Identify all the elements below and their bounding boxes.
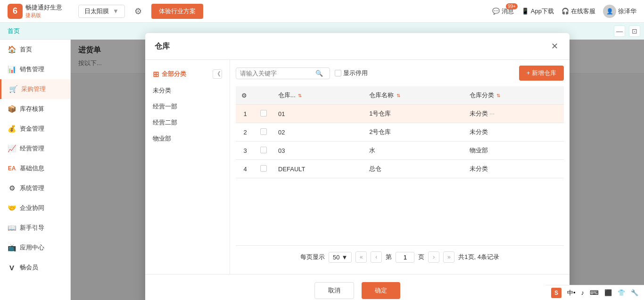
sidebar-item-cooperation[interactable]: 🤝 企业协同 (0, 198, 70, 218)
row-ellipsis-1[interactable]: ··· (489, 110, 495, 117)
customer-service-button[interactable]: 🎧 在线客服 (561, 7, 595, 16)
table-row[interactable]: 2 02 2号仓库 未分类 (236, 123, 564, 142)
modal-body: ⊞ 全部分类 《 未分类 经营一部 经营二部 物业部 (145, 60, 570, 274)
bottom-logo: S (551, 288, 561, 298)
operations-icon: 📈 (8, 144, 16, 153)
sidebar-label-basic-info: 基础信息 (20, 164, 44, 173)
row-check-2[interactable] (255, 123, 272, 142)
sort-icon-code: ⇅ (298, 93, 302, 98)
row-name-3: 水 (363, 142, 463, 160)
disabled-checkbox[interactable] (335, 70, 341, 76)
row-check-1[interactable] (255, 105, 272, 123)
logo-area: 6 畅捷通好生意 捷易版 (8, 4, 78, 19)
table-row[interactable]: 3 03 水 物业部 (236, 142, 564, 160)
breadcrumb-home[interactable]: 首页 (8, 27, 20, 35)
sidebar-item-guide[interactable]: 📖 新手引导 (0, 218, 70, 238)
row-code-1: 01 (272, 105, 363, 123)
sidebar-item-app-center[interactable]: 📺 应用中心 (0, 238, 70, 258)
user-profile[interactable]: 👤 徐泽华 (603, 5, 636, 18)
headset-icon: 🎧 (561, 8, 569, 15)
sidebar-item-home[interactable]: 🏠 首页 (0, 40, 70, 59)
th-code: 仓库... ⇅ (272, 86, 363, 105)
sales-icon: 📊 (8, 65, 16, 74)
row-gear-3: 3 (236, 142, 255, 160)
page-next-button[interactable]: › (428, 251, 439, 263)
modal-left-panel: ⊞ 全部分类 《 未分类 经营一部 经营二部 物业部 (145, 60, 230, 274)
bottom-icon-keyboard[interactable]: ⌨ (590, 289, 599, 296)
bottom-icon-shirt[interactable]: 👕 (618, 289, 625, 296)
cancel-button[interactable]: 取消 (314, 282, 354, 299)
search-input[interactable] (240, 70, 315, 77)
category-item-property[interactable]: 物业部 (145, 131, 230, 147)
logo-text: 畅捷通好生意 捷易版 (25, 4, 62, 18)
page-prev-button[interactable]: ‹ (371, 251, 382, 263)
row-check-4[interactable] (255, 160, 272, 178)
sidebar-label-membership: 畅会员 (20, 263, 38, 272)
message-icon: 💬 (492, 8, 500, 15)
purchase-icon: 🛒 (9, 85, 17, 93)
bottom-icon-display[interactable]: ⬛ (604, 289, 612, 296)
sidebar-item-purchase[interactable]: 🛒 采购管理 (0, 79, 70, 99)
pagination: 每页显示 50 ▼ « ‹ 第 页 › » 共1页 (236, 245, 564, 268)
row-check-3[interactable] (255, 142, 272, 160)
modal-title: 仓库 (155, 42, 170, 51)
per-page-selector[interactable]: 50 ▼ (329, 252, 352, 263)
th-check (255, 86, 272, 105)
category-item-unclassified[interactable]: 未分类 (145, 83, 230, 99)
sidebar-label-app-center: 应用中心 (20, 243, 44, 252)
confirm-button[interactable]: 确定 (362, 282, 400, 299)
search-icon[interactable]: 🔍 (315, 70, 323, 77)
sidebar-label-guide: 新手引导 (20, 224, 44, 232)
settings-icon[interactable]: ⚙ (131, 4, 146, 19)
table-row[interactable]: 1 01 1号仓库 未分类 ··· (236, 105, 564, 123)
sidebar-item-membership[interactable]: V 畅会员 (0, 258, 70, 277)
bottom-icon-chinese[interactable]: 中• (567, 289, 576, 297)
row-category-3: 物业部 (464, 142, 564, 160)
table-body: 1 01 1号仓库 未分类 ··· 2 (236, 105, 564, 178)
sidebar-item-sales[interactable]: 📊 销售管理 (0, 59, 70, 79)
collapse-button[interactable]: 《 (213, 69, 222, 79)
sidebar-item-operations[interactable]: 📈 经营管理 (0, 139, 70, 158)
page-first-button[interactable]: « (355, 251, 367, 263)
th-name: 仓库名称 ⇅ (363, 86, 463, 105)
modal-header: 仓库 ✕ (145, 33, 570, 60)
total-records: 共1页, 4条记录 (458, 253, 499, 261)
sidebar-item-finance[interactable]: 💰 资金管理 (0, 119, 70, 139)
row-name-4: 总仓 (363, 160, 463, 178)
bottom-icon-tools[interactable]: 🔧 (631, 289, 638, 296)
page-last-button[interactable]: » (443, 251, 454, 263)
grid-icon: ⊞ (153, 70, 159, 79)
window-minimize-button[interactable]: — (614, 25, 625, 37)
page-number-input[interactable] (396, 252, 414, 263)
sidebar-item-system[interactable]: ⚙ 系统管理 (0, 178, 70, 198)
cooperation-icon: 🤝 (8, 204, 16, 212)
table-container: ⚙ 仓库... ⇅ 仓库名称 ⇅ (236, 86, 564, 245)
guide-icon: 📖 (8, 224, 16, 232)
sidebar-label-inventory: 库存核算 (20, 105, 44, 113)
store-selector[interactable]: 日太阳膜 ▼ (78, 5, 125, 18)
category-item-ops1[interactable]: 经营一部 (145, 99, 230, 115)
modal-close-button[interactable]: ✕ (549, 41, 560, 52)
header-center: 日太阳膜 ▼ ⚙ 体验行业方案 (78, 4, 492, 19)
row-gear-4: 4 (236, 160, 255, 178)
top-header: 6 畅捷通好生意 捷易版 日太阳膜 ▼ ⚙ 体验行业方案 💬 消息 99+ 📱 … (0, 0, 644, 23)
sidebar-item-basic-info[interactable]: EA 基础信息 (0, 158, 70, 178)
app-download-button[interactable]: 📱 App下载 (521, 7, 554, 16)
new-warehouse-button[interactable]: + 新增仓库 (519, 66, 564, 81)
row-category-4: 未分类 (464, 160, 564, 178)
trial-button[interactable]: 体验行业方案 (151, 4, 203, 19)
category-item-ops2[interactable]: 经营二部 (145, 115, 230, 131)
row-name-2: 2号仓库 (363, 123, 463, 142)
table-row[interactable]: 4 DEFAULT 总仓 未分类 (236, 160, 564, 178)
content-area: 进货单 按以下... 仓库 ✕ ⊞ 全部分类 《 (71, 40, 644, 300)
show-disabled-checkbox[interactable]: 显示停用 (335, 69, 368, 77)
row-category-1: 未分类 ··· (464, 105, 564, 123)
all-category-label: 全部分类 (162, 70, 186, 78)
sidebar-item-inventory[interactable]: 📦 库存核算 (0, 99, 70, 119)
bottom-icon-music[interactable]: ♪ (581, 289, 585, 296)
message-button[interactable]: 💬 消息 99+ (492, 7, 514, 16)
all-category-header[interactable]: ⊞ 全部分类 《 (145, 66, 230, 83)
sidebar-label-operations: 经营管理 (20, 144, 44, 153)
window-maximize-button[interactable]: ⊡ (629, 25, 640, 37)
modal-footer: 取消 确定 (145, 274, 570, 300)
